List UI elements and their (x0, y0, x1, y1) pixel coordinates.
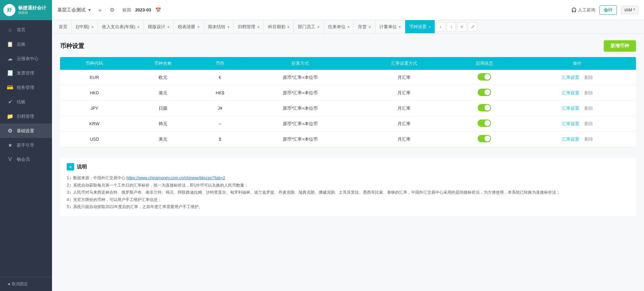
toggle-3[interactable] (478, 119, 491, 127)
sidebar-item-basic[interactable]: ⚙ 基础设置 (0, 124, 52, 138)
sidebar-item-reports[interactable]: ☁ 云报表中心 (0, 51, 52, 66)
invoice-icon: 🧾 (7, 70, 13, 76)
tab-income-close[interactable]: × (138, 25, 140, 29)
workspace-selector[interactable]: 基层工会测试 ▼ (57, 7, 92, 13)
toggle-thumb-3 (484, 120, 490, 126)
rate-setting-link-1[interactable]: 汇率设置 (562, 90, 579, 95)
cell-toggle-4[interactable] (450, 132, 519, 147)
user-badge[interactable]: iAM * (621, 6, 639, 14)
topbar: 基层工会测试 ▼ ＋ ⚙ 账期 2023-03 📅 🎧 人工咨询 会计 iAM … (52, 0, 644, 20)
tab-dept-close[interactable]: × (317, 25, 319, 29)
sidebar-item-ledger[interactable]: 📋 总账 (0, 37, 52, 51)
archive-icon: 📁 (7, 113, 13, 119)
workspace-dropdown-icon: ▼ (88, 8, 92, 12)
tab-measure-close[interactable]: × (399, 25, 401, 29)
tab-expand-button[interactable]: ⤢ (468, 22, 477, 32)
cell-action-1: 汇率设置 删除 (519, 85, 636, 101)
sidebar-item-label-ledger: 总账 (17, 41, 25, 47)
tab-period-end-close[interactable]: × (227, 25, 229, 29)
toggle-1[interactable] (478, 89, 491, 96)
delete-link-0[interactable]: 删除 (584, 75, 593, 80)
sidebar-item-invoice[interactable]: 🧾 发票管理 (0, 66, 52, 80)
account-type-label: 会计 (604, 7, 612, 12)
th-symbol: 币符 (198, 57, 243, 70)
tab-subjects-close[interactable]: × (287, 25, 289, 29)
cell-toggle-1[interactable] (450, 85, 519, 101)
rate-setting-link-0[interactable]: 汇率设置 (562, 75, 579, 80)
tab-home[interactable]: 首页 (55, 20, 72, 34)
toggle-0[interactable] (478, 73, 491, 81)
cell-action-3: 汇率设置 删除 (519, 116, 636, 132)
tab-units-close[interactable]: × (347, 25, 350, 29)
tab-period-close[interactable]: × (91, 25, 93, 29)
tab-tax-close[interactable]: × (197, 25, 199, 29)
tab-measure[interactable]: 计量单位 × (375, 20, 405, 34)
sidebar-item-checkout[interactable]: ✔ 结账 (0, 95, 52, 109)
tab-subjects[interactable]: 科目期初 × (264, 20, 294, 34)
table-row: JPY 日圆 J¥ 原币*汇率=本位币 月汇率 汇率设置 删除 (60, 101, 636, 116)
tabbar: 首页 ξ(中期) × 收入支出表(年报) × 模版设计 × 税表清册 × 期末结… (52, 20, 644, 34)
tab-currency-label: 币种设置 (409, 24, 427, 30)
settings-icon[interactable]: ⚙ (108, 5, 116, 14)
notes-list: 1）数据来源：中国外汇交易中心 https://www.chinamoney.c… (67, 175, 629, 211)
sidebar-footer-pin[interactable]: ◄ 取消固定 (0, 277, 52, 291)
help-button[interactable]: 🎧 人工咨询 (571, 7, 595, 13)
tab-period-end[interactable]: 期末结转 × (204, 20, 234, 34)
account-type-button[interactable]: 会计 (599, 5, 617, 15)
rate-setting-link-3[interactable]: 汇率设置 (562, 121, 579, 126)
sidebar-item-archive[interactable]: 📁 归档管理 (0, 109, 52, 124)
cell-toggle-2[interactable] (450, 101, 519, 116)
tab-stock[interactable]: 存货 × (354, 20, 375, 34)
notes-link[interactable]: https://www.chinamoney.com.cn/chinese/bk… (126, 176, 225, 180)
tab-archive-close[interactable]: × (257, 25, 259, 29)
rate-setting-link-2[interactable]: 汇率设置 (562, 106, 579, 111)
sidebar-item-tax[interactable]: 💳 税务管理 (0, 80, 52, 95)
sidebar-logo: 好 畅捷通好会计 旗舰版 (0, 0, 52, 20)
table-row: HKD 港元 HK$ 原币*汇率=本位币 月汇率 汇率设置 删除 (60, 85, 636, 101)
tab-period-end-label: 期末结转 (208, 24, 225, 30)
tab-income[interactable]: 收入支出表(年报) × (98, 20, 144, 34)
tab-tax-label: 税表清册 (178, 24, 195, 30)
tab-archive[interactable]: 归档管理 × (234, 20, 264, 34)
tab-next-button[interactable]: › (446, 22, 456, 32)
sidebar-item-guide[interactable]: ★ 新手引导 (0, 138, 52, 152)
tab-tax[interactable]: 税表清册 × (174, 20, 204, 34)
tab-template-close[interactable]: × (167, 25, 169, 29)
tab-prev-button[interactable]: ‹ (436, 22, 445, 32)
delete-link-3[interactable]: 删除 (584, 121, 593, 126)
tab-close-all-button[interactable]: × (457, 22, 467, 32)
sidebar-item-label-reports: 云报表中心 (17, 56, 39, 62)
tab-template-label: 模版设计 (148, 24, 165, 30)
notes-item-3: 4）无官方牌价的币种，可以用户手工维护汇率信息； (67, 196, 629, 204)
add-workspace-button[interactable]: ＋ (96, 5, 104, 15)
cell-toggle-0[interactable] (450, 70, 519, 85)
rate-setting-link-4[interactable]: 汇率设置 (562, 137, 579, 142)
notes-item-1: 2）系统自动获取每月第一个工作日的汇率标价，统一为直接标价法，即1外币可以兑换的… (67, 182, 629, 189)
delete-link-2[interactable]: 删除 (584, 106, 593, 111)
toggle-4[interactable] (478, 135, 491, 142)
tab-period[interactable]: ξ(中期) × (72, 20, 98, 34)
new-currency-button[interactable]: 新增币种 (604, 40, 636, 52)
toggle-2[interactable] (478, 104, 491, 111)
cell-action-2: 汇率设置 删除 (519, 101, 636, 116)
sidebar-item-member[interactable]: V 畅会员 (0, 152, 52, 166)
delete-link-1[interactable]: 删除 (584, 90, 593, 95)
notes-item-0: 1）数据来源：中国外汇交易中心 https://www.chinamoney.c… (67, 175, 629, 182)
tab-currency-close[interactable]: × (429, 25, 431, 29)
checkout-icon: ✔ (7, 99, 13, 105)
tab-dept[interactable]: 部门员工 × (294, 20, 324, 34)
tab-units[interactable]: 往来单位 × (324, 20, 354, 34)
cell-calc-3: 原币*汇率=本位币 (243, 116, 358, 132)
sidebar-item-label-basic: 基础设置 (17, 128, 34, 134)
tab-currency[interactable]: 币种设置 × (405, 20, 435, 34)
tab-template[interactable]: 模版设计 × (144, 20, 174, 34)
calendar-icon[interactable]: 📅 (155, 7, 161, 13)
sidebar-item-home[interactable]: ⌂ 首页 (0, 23, 52, 37)
tab-stock-close[interactable]: × (369, 25, 371, 29)
cell-toggle-3[interactable] (450, 116, 519, 132)
table-row: USD 美元 $ 原币*汇率=本位币 月汇率 汇率设置 删除 (60, 132, 636, 147)
currency-table: 币种代码 币种名称 币符 折算方式 汇率设置方式 启用状态 操作 EUR 欧元 … (60, 57, 636, 147)
cell-rate-0: 月汇率 (358, 70, 450, 85)
delete-link-4[interactable]: 删除 (584, 137, 593, 142)
sidebar-item-label-tax: 税务管理 (17, 85, 34, 91)
